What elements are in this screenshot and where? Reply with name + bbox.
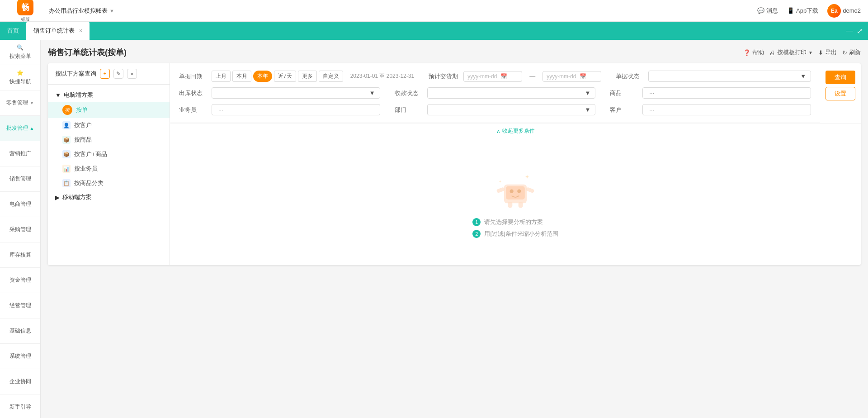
pay-status-select[interactable]: ▼: [427, 87, 596, 99]
scheme-item-按客户[interactable]: 👤 按客户: [48, 118, 170, 133]
settings-btn[interactable]: 设置: [826, 87, 855, 100]
svg-point-3: [517, 190, 521, 193]
app-logo[interactable]: 畅 标版: [7, 0, 43, 23]
empty-tip-2: 2 用[过滤]条件来缩小分析范围: [472, 230, 558, 238]
tab-maximize-btn[interactable]: ⤢: [857, 27, 863, 35]
sidebar-search[interactable]: 🔍 搜索菜单: [0, 40, 40, 65]
goods-dots[interactable]: ···: [647, 90, 656, 96]
tab-minimize-btn[interactable]: —: [846, 27, 853, 35]
sidebar-item-newbie[interactable]: 新手引导: [0, 394, 40, 418]
custom-btn[interactable]: 自定义: [319, 71, 343, 82]
salesperson-dots[interactable]: ···: [217, 106, 225, 113]
svg-rect-5: [525, 187, 534, 193]
sidebar-item-wholesale[interactable]: 批发管理 ▲: [0, 116, 40, 141]
scheme-icon-按业务员: 📊: [62, 165, 71, 173]
empty-state: ✦ ✦ 1 请先选择要分析的方案 2 用[过滤]条件来缩小分析范围: [170, 138, 861, 265]
sidebar-item-marketing[interactable]: 营销推广: [0, 141, 40, 166]
filter-wrapper: 单据日期 上月 本月 本年 近7天 更多 自定义 2023-01-01 至 20…: [170, 63, 861, 123]
collapse-icon: ∧: [496, 128, 500, 134]
scheme-item-按客户+商品[interactable]: 📦 按客户+商品: [48, 147, 170, 162]
query-btn[interactable]: 查询: [826, 71, 855, 84]
sidebar-item-operations[interactable]: 经营管理: [0, 293, 40, 318]
scheme-item-按单[interactable]: 按 按单: [48, 102, 170, 118]
chevron-down-dept: ▼: [585, 106, 590, 113]
help-icon: ❓: [743, 49, 750, 56]
scheme-item-按商品[interactable]: 📦 按商品: [48, 133, 170, 147]
tip-2-num: 2: [472, 230, 481, 238]
sidebar-item-sales[interactable]: 销售管理: [0, 166, 40, 192]
customer-dots[interactable]: ···: [647, 106, 656, 113]
filter-row-3: 业务员 ··· 部门 ▼ 客户: [179, 104, 811, 115]
refresh-icon: ↻: [842, 49, 847, 56]
message-btn[interactable]: 💬 消息: [757, 7, 778, 15]
dept-select[interactable]: ▼: [427, 104, 596, 115]
this-year-btn[interactable]: 本年: [253, 71, 272, 82]
print-btn[interactable]: 🖨 按模板打印 ▼: [769, 48, 813, 57]
last7-btn[interactable]: 近7天: [274, 71, 296, 82]
customer-input[interactable]: ···: [642, 104, 811, 115]
search-icon: 🔍: [17, 44, 24, 51]
doc-status-select[interactable]: ▼: [648, 71, 811, 82]
main-layout: 🔍 搜索菜单 ⭐ 快捷导航 零售管理 ▼ 批发管理 ▲ 营销推广 销售管理 电商…: [0, 40, 868, 418]
scheme-item-按业务员[interactable]: 📊 按业务员: [48, 162, 170, 176]
empty-illustration: ✦ ✦: [493, 166, 538, 211]
sidebar-item-purchase[interactable]: 采购管理: [0, 217, 40, 242]
salesperson-label: 业务员: [179, 106, 206, 114]
this-month-btn[interactable]: 本月: [232, 71, 251, 82]
delivery-date-label: 预计交货期: [429, 72, 458, 81]
last-month-btn[interactable]: 上月: [212, 71, 231, 82]
left-panel: 按以下方案查询 + ✎ « ▼ 电脑端方案 按 按单: [48, 63, 170, 265]
scheme-icon-按商品分类: 📋: [62, 179, 71, 187]
refresh-btn[interactable]: ↻ 刷新: [842, 48, 861, 57]
collapse-panel-btn[interactable]: «: [127, 69, 137, 79]
delivery-date-end[interactable]: yyyy-mm-dd 📅: [542, 71, 601, 82]
scheme-tree: ▼ 电脑端方案 按 按单 👤 按客户 📦: [48, 85, 170, 208]
sidebar-item-retail[interactable]: 零售管理 ▼: [0, 90, 40, 116]
app-title: 办公用品行业模拟账表 ▼: [49, 7, 114, 15]
tab-sales-order[interactable]: 销售订单统计表 ×: [26, 22, 90, 40]
sidebar-item-system[interactable]: 系统管理: [0, 344, 40, 369]
svg-rect-7: [519, 202, 523, 208]
doc-status-label: 单据状态: [616, 72, 643, 81]
sidebar-item-ecommerce[interactable]: 电商管理: [0, 192, 40, 217]
edit-scheme-btn[interactable]: ✎: [113, 69, 123, 79]
calendar-icon: 📅: [500, 73, 507, 80]
export-btn[interactable]: ⬇ 导出: [818, 48, 837, 57]
goods-input[interactable]: ···: [642, 87, 811, 99]
sidebar-item-enterprise[interactable]: 企业协同: [0, 369, 40, 394]
top-bar: 畅 标版 办公用品行业模拟账表 ▼ 💬 消息 📱 App下载 Ea demo2: [0, 0, 868, 22]
add-scheme-btn[interactable]: +: [100, 69, 110, 79]
app-download-btn[interactable]: 📱 App下载: [787, 7, 818, 15]
page-header-actions: ❓ 帮助 🖨 按模板打印 ▼ ⬇ 导出 ↻ 刷新: [743, 48, 861, 57]
filter-area: 单据日期 上月 本月 本年 近7天 更多 自定义 2023-01-01 至 20…: [170, 63, 820, 123]
scheme-icon-按单: 按: [62, 105, 72, 115]
chevron-down-icon-doc: ▼: [800, 73, 806, 80]
sidebar-item-finance[interactable]: 资金管理: [0, 268, 40, 293]
chevron-right-icon: ▶: [55, 194, 60, 201]
sidebar-item-inventory[interactable]: 库存核算: [0, 242, 40, 268]
sidebar-item-basics[interactable]: 基础信息: [0, 318, 40, 344]
delivery-date-start[interactable]: yyyy-mm-dd 📅: [463, 71, 522, 82]
salesperson-input[interactable]: ···: [212, 104, 380, 115]
customer-label: 客户: [610, 106, 637, 114]
help-btn[interactable]: ❓ 帮助: [743, 48, 764, 57]
scheme-item-按商品分类[interactable]: 📋 按商品分类: [48, 176, 170, 190]
collapse-bar[interactable]: ∧ 收起更多条件: [170, 123, 861, 138]
desktop-group-label[interactable]: ▼ 电脑端方案: [48, 88, 170, 102]
empty-tip-1: 1 请先选择要分析的方案: [472, 218, 558, 226]
filter-row-2: 出库状态 ▼ 收款状态 ▼ 商品: [179, 87, 811, 99]
chevron-down-icon: ▼: [55, 92, 61, 99]
sidebar-quick-nav[interactable]: ⭐ 快捷导航: [0, 65, 40, 90]
tab-home[interactable]: 首页: [0, 22, 26, 40]
out-status-select[interactable]: ▼: [212, 87, 380, 99]
right-panel: 单据日期 上月 本月 本年 近7天 更多 自定义 2023-01-01 至 20…: [170, 63, 861, 265]
avatar: Ea: [827, 4, 841, 18]
svg-text:✦: ✦: [499, 179, 502, 184]
tab-close-icon[interactable]: ×: [79, 28, 82, 34]
user-menu[interactable]: Ea demo2: [827, 4, 861, 18]
scheme-icon-按商品: 📦: [62, 136, 71, 144]
svg-point-2: [510, 190, 514, 193]
page-title: 查询 销售订单统计表(按单): [48, 47, 127, 58]
more-btn[interactable]: 更多: [298, 71, 317, 82]
mobile-group-label[interactable]: ▶ 移动端方案: [48, 190, 170, 204]
